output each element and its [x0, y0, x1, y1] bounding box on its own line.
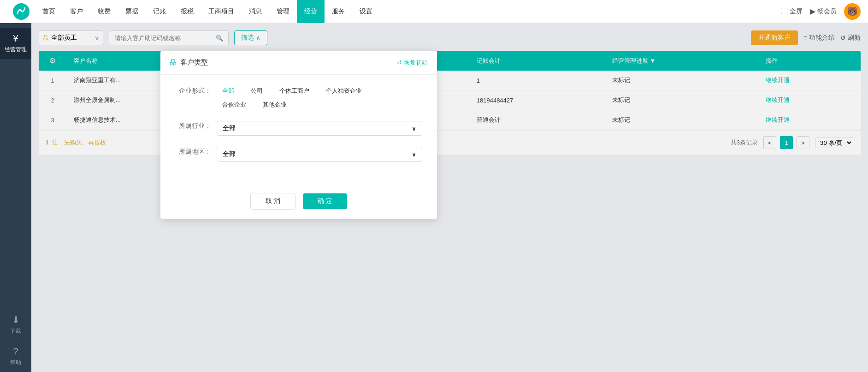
operation-icon: ¥	[13, 33, 18, 44]
nav-items: 首页 客户 收费 票据 记账 报税 工商项目 消息 管理 经营 服务 设置	[35, 0, 780, 23]
modal-overlay: 品 客户类型 ↺ 恢复初始 企业形式： 全部	[31, 23, 868, 372]
nav-bookkeeping[interactable]: 记账	[146, 0, 173, 23]
sidebar: ¥ 经营管理 ⬇ 下载 ? 帮助	[0, 23, 31, 372]
sidebar-item-download[interactable]: ⬇ 下载	[0, 309, 31, 341]
vip-icon: ▶	[810, 7, 815, 16]
fullscreen-button[interactable]: ⛶ 全屏	[780, 7, 803, 16]
top-nav: 首页 客户 收费 票据 记账 报税 工商项目 消息 管理 经营 服务 设置 ⛶ …	[0, 0, 868, 23]
enterprise-tag-group: 全部 公司 个体工商户 个人独资企业	[217, 86, 422, 96]
region-label: 所属地区：	[175, 147, 217, 156]
sidebar-item-operation[interactable]: ¥ 经营管理	[0, 28, 31, 59]
modal-body: 企业形式： 全部 公司 个体工商户 个人独资企业 合伙企业 其他企业	[160, 75, 437, 184]
nav-operation[interactable]: 经营	[297, 0, 325, 23]
modal-title: 品 客户类型	[170, 58, 208, 67]
fullscreen-icon: ⛶	[780, 7, 788, 16]
main-content: 品 全部员工 ∨ 🔍 筛选 ∧ 开通新客户 ≡ 功能介绍	[31, 23, 868, 372]
industry-dropdown-icon: ∨	[412, 125, 416, 132]
nav-message[interactable]: 消息	[242, 0, 269, 23]
tag-company[interactable]: 公司	[245, 86, 268, 96]
cancel-button[interactable]: 取 消	[250, 193, 295, 210]
nav-right: ⛶ 全屏 ▶ 畅会员 🐻	[780, 3, 861, 20]
tag-all[interactable]: 全部	[217, 86, 240, 96]
svg-point-0	[13, 3, 30, 20]
modal-title-icon: 品	[170, 58, 177, 67]
tag-individual-business[interactable]: 个体工商户	[274, 86, 315, 96]
modal-footer: 取 消 确 定	[160, 184, 437, 219]
nav-invoice[interactable]: 票据	[118, 0, 146, 23]
region-dropdown-icon: ∨	[412, 150, 416, 158]
logo	[7, 3, 35, 20]
nav-home[interactable]: 首页	[35, 0, 63, 23]
nav-manage[interactable]: 管理	[269, 0, 297, 23]
filter-modal: 品 客户类型 ↺ 恢复初始 企业形式： 全部	[160, 51, 437, 219]
confirm-button[interactable]: 确 定	[303, 193, 347, 209]
enterprise-form-row: 企业形式： 全部 公司 个体工商户 个人独资企业 合伙企业 其他企业	[175, 86, 422, 110]
industry-content: 全部 ∨	[217, 121, 422, 136]
region-content: 全部 ∨	[217, 147, 422, 162]
main-layout: ¥ 经营管理 ⬇ 下载 ? 帮助 品 全部员工 ∨	[0, 23, 868, 372]
industry-label: 所属行业：	[175, 121, 217, 130]
avatar[interactable]: 🐻	[844, 3, 861, 20]
industry-select[interactable]: 全部 ∨	[217, 121, 422, 136]
region-select[interactable]: 全部 ∨	[217, 147, 422, 162]
nav-tax[interactable]: 报税	[173, 0, 201, 23]
sidebar-item-help[interactable]: ? 帮助	[0, 341, 31, 372]
nav-business[interactable]: 工商项目	[201, 0, 242, 23]
nav-settings[interactable]: 设置	[352, 0, 380, 23]
help-icon: ?	[13, 346, 18, 357]
enterprise-form-label: 企业形式：	[175, 86, 217, 95]
tag-sole-proprietorship[interactable]: 个人独资企业	[320, 86, 367, 96]
nav-customer[interactable]: 客户	[63, 0, 90, 23]
tag-partnership[interactable]: 合伙企业	[217, 100, 252, 110]
industry-form-row: 所属行业： 全部 ∨	[175, 121, 422, 136]
modal-header: 品 客户类型 ↺ 恢复初始	[160, 51, 437, 75]
reset-icon: ↺	[397, 59, 402, 66]
sidebar-bottom: ⬇ 下载 ? 帮助	[0, 309, 31, 372]
download-icon: ⬇	[12, 314, 20, 325]
nav-service[interactable]: 服务	[325, 0, 352, 23]
region-form-row: 所属地区： 全部 ∨	[175, 147, 422, 162]
tag-other[interactable]: 其他企业	[257, 100, 292, 110]
nav-fee[interactable]: 收费	[90, 0, 118, 23]
enterprise-form-content: 全部 公司 个体工商户 个人独资企业 合伙企业 其他企业	[217, 86, 422, 110]
enterprise-tag-group-2: 合伙企业 其他企业	[217, 100, 422, 110]
modal-reset-button[interactable]: ↺ 恢复初始	[397, 59, 428, 67]
vip-button[interactable]: ▶ 畅会员	[810, 7, 837, 16]
